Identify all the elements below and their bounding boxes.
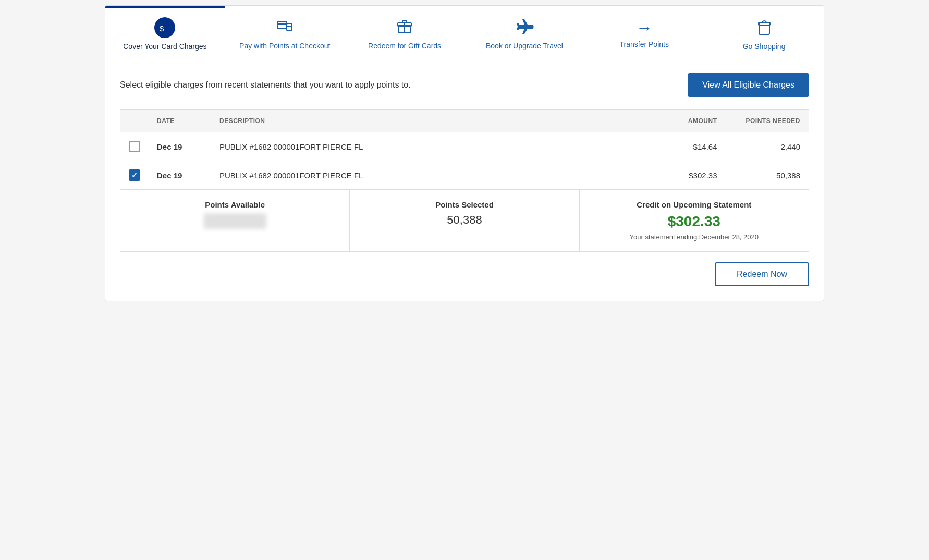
table-row: ✓ Dec 19 PUBLIX #1682 000001FORT PIERCE … xyxy=(120,161,809,190)
row1-checkbox-cell[interactable] xyxy=(120,132,149,161)
svg-rect-4 xyxy=(287,26,292,27)
summary-row: Points Available Points Selected 50,388 … xyxy=(120,190,809,252)
charges-table: DATE DESCRIPTION AMOUNT POINTS NEEDED De… xyxy=(120,109,809,190)
tab-travel-label: Book or Upgrade Travel xyxy=(486,42,563,50)
main-container: $ Cover Your Card Charges Pay with Point… xyxy=(105,5,824,301)
row1-points: 2,440 xyxy=(726,132,809,161)
view-all-button[interactable]: View All Eligible Charges xyxy=(688,73,809,97)
row2-points: 50,388 xyxy=(726,161,809,190)
bag-icon xyxy=(757,18,772,38)
credit-cell: Credit on Upcoming Statement $302.33 You… xyxy=(580,190,809,251)
tab-pay-points[interactable]: Pay with Points at Checkout xyxy=(225,6,345,60)
row2-description: PUBLIX #1682 000001FORT PIERCE FL xyxy=(211,161,653,190)
tab-transfer-label: Transfer Points xyxy=(620,40,669,48)
header-bar: Select eligible charges from recent stat… xyxy=(120,73,809,97)
card-icon xyxy=(276,18,293,38)
row1-amount: $14.64 xyxy=(653,132,726,161)
table-row: Dec 19 PUBLIX #1682 000001FORT PIERCE FL… xyxy=(120,132,809,161)
col-header-description: DESCRIPTION xyxy=(211,110,653,132)
header-description: Select eligible charges from recent stat… xyxy=(120,80,411,90)
svg-rect-8 xyxy=(759,22,770,25)
col-header-amount: AMOUNT xyxy=(653,110,726,132)
row2-date: Dec 19 xyxy=(149,161,211,190)
svg-rect-2 xyxy=(277,23,287,25)
tab-travel[interactable]: Book or Upgrade Travel xyxy=(464,6,584,60)
points-selected-value: 50,388 xyxy=(362,213,566,227)
svg-text:$: $ xyxy=(160,24,164,33)
row1-checkbox[interactable] xyxy=(129,141,140,152)
points-available-label: Points Available xyxy=(133,200,337,209)
tab-shopping-label: Go Shopping xyxy=(743,42,786,51)
credit-amount: $302.33 xyxy=(592,213,796,230)
tab-cover-card[interactable]: $ Cover Your Card Charges xyxy=(105,6,225,60)
col-header-date: DATE xyxy=(149,110,211,132)
row2-checkbox[interactable]: ✓ xyxy=(129,169,140,181)
dollar-icon: $ xyxy=(154,17,175,38)
redeem-now-button[interactable]: Redeem Now xyxy=(715,262,809,286)
col-header-checkbox xyxy=(120,110,149,132)
col-header-points: POINTS NEEDED xyxy=(726,110,809,132)
table-header-row: DATE DESCRIPTION AMOUNT POINTS NEEDED xyxy=(120,110,809,132)
tab-shopping[interactable]: Go Shopping xyxy=(704,6,824,60)
points-available-cell: Points Available xyxy=(120,190,350,251)
tab-pay-points-label: Pay with Points at Checkout xyxy=(239,42,330,50)
row2-checkbox-cell[interactable]: ✓ xyxy=(120,161,149,190)
content-area: Select eligible charges from recent stat… xyxy=(105,60,824,301)
credit-statement: Your statement ending December 28, 2020 xyxy=(592,233,796,241)
row1-date: Dec 19 xyxy=(149,132,211,161)
points-selected-cell: Points Selected 50,388 xyxy=(350,190,579,251)
tab-navigation: $ Cover Your Card Charges Pay with Point… xyxy=(105,6,824,60)
row1-description: PUBLIX #1682 000001FORT PIERCE FL xyxy=(211,132,653,161)
tab-transfer[interactable]: → Transfer Points xyxy=(584,6,704,60)
redeem-row: Redeem Now xyxy=(120,252,809,288)
credit-label: Credit on Upcoming Statement xyxy=(592,200,796,209)
tab-gift-cards-label: Redeem for Gift Cards xyxy=(368,42,441,50)
points-selected-label: Points Selected xyxy=(362,200,566,209)
arrow-icon: → xyxy=(636,19,653,36)
tab-gift-cards[interactable]: Redeem for Gift Cards xyxy=(345,6,465,60)
gift-icon xyxy=(396,18,413,38)
tab-cover-card-label: Cover Your Card Charges xyxy=(123,42,206,51)
points-available-value xyxy=(204,213,266,229)
row2-amount: $302.33 xyxy=(653,161,726,190)
plane-icon xyxy=(515,18,534,38)
